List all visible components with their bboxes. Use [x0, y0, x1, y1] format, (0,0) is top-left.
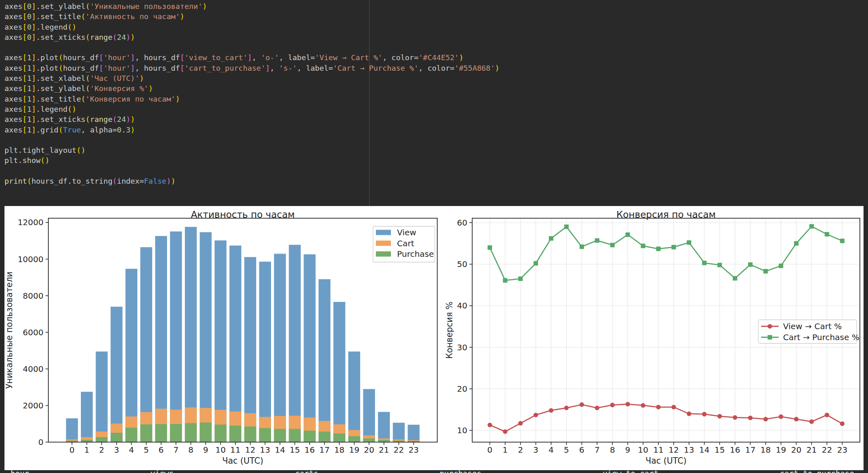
svg-text:10: 10 [457, 425, 467, 435]
svg-text:8000: 8000 [23, 291, 43, 301]
svg-text:Cart → Purchase %: Cart → Purchase % [783, 332, 859, 342]
code-line-1: axes[0].set_ylabel('Уникальные пользоват… [4, 1, 499, 11]
svg-text:15: 15 [714, 445, 725, 455]
svg-text:0: 0 [38, 437, 43, 447]
code-line-17 [4, 166, 499, 176]
svg-text:0: 0 [69, 445, 75, 455]
svg-text:View → Cart %: View → Cart % [783, 321, 842, 331]
code-lines: axes[0].set_ylabel('Уникальные пользоват… [4, 1, 499, 186]
svg-text:0: 0 [487, 445, 493, 455]
matplotlib-figure: 0123456789101112131415161718192021222302… [4, 206, 864, 470]
code-line-12: axes[1].set_xticks(range(24)) [4, 114, 499, 124]
svg-text:40: 40 [457, 301, 467, 310]
svg-text:20: 20 [457, 384, 467, 394]
svg-text:7: 7 [174, 445, 179, 455]
svg-text:Конверсия %: Конверсия % [445, 302, 454, 359]
svg-text:16: 16 [730, 445, 740, 455]
svg-text:Активность по часам: Активность по часам [191, 209, 295, 220]
svg-text:4000: 4000 [23, 364, 43, 374]
svg-text:10: 10 [215, 445, 226, 455]
svg-text:50: 50 [457, 259, 467, 269]
svg-text:9: 9 [625, 445, 630, 455]
code-line-6: axes[1].plot(hours_df['hour'], hours_df[… [4, 52, 499, 63]
svg-text:10000: 10000 [17, 254, 43, 264]
code-line-9: axes[1].set_ylabel('Конверсия %') [4, 83, 499, 93]
svg-text:5: 5 [144, 445, 149, 455]
code-line-2: axes[0].set_title('Активность по часам') [4, 11, 499, 22]
svg-text:13: 13 [684, 445, 694, 455]
svg-text:23: 23 [408, 445, 419, 455]
svg-text:12000: 12000 [17, 217, 43, 227]
svg-text:3: 3 [114, 445, 119, 455]
activity-legend: ViewCartPurchase [373, 226, 435, 262]
svg-text:19: 19 [776, 445, 786, 455]
code-line-4: axes[0].set_xticks(range(24)) [4, 32, 499, 42]
code-line-7: axes[1].plot(hours_df['hour'], hours_df[… [4, 63, 499, 73]
svg-text:19: 19 [349, 445, 359, 455]
svg-text:4: 4 [129, 445, 134, 455]
svg-text:21: 21 [806, 445, 816, 455]
dataframe-header-row: hourviewscartspurchasesview_to_cartcart_… [0, 470, 868, 473]
svg-text:3: 3 [533, 445, 538, 455]
svg-text:18: 18 [334, 445, 344, 455]
svg-text:Час (UTC): Час (UTC) [645, 456, 686, 466]
svg-text:30: 30 [457, 343, 467, 352]
svg-text:21: 21 [379, 445, 389, 455]
activity-bar-chart: 0123456789101112131415161718192021222302… [4, 209, 437, 466]
svg-text:11: 11 [653, 445, 663, 455]
svg-text:Purchase: Purchase [397, 249, 434, 259]
notebook-screen: { "editor": { "background": "#292929", "… [0, 0, 868, 473]
dataframe-output-preview: hourviewscartspurchasesview_to_cartcart_… [0, 470, 868, 473]
svg-text:60: 60 [457, 218, 467, 228]
code-line-10: axes[1].set_title('Конверсия по часам') [4, 94, 499, 104]
svg-text:7: 7 [595, 445, 600, 455]
series-cart-to-purchase [488, 224, 844, 283]
svg-text:16: 16 [304, 445, 315, 455]
charts-svg: 0123456789101112131415161718192021222302… [4, 206, 864, 470]
svg-text:6000: 6000 [23, 328, 43, 337]
svg-text:14: 14 [699, 445, 710, 455]
svg-text:18: 18 [760, 445, 770, 455]
code-line-16: plt.show() [4, 155, 499, 165]
code-line-8: axes[1].set_xlabel('Час (UTC)') [4, 73, 499, 83]
svg-text:1: 1 [503, 445, 508, 455]
svg-text:17: 17 [319, 445, 330, 455]
svg-text:1: 1 [84, 445, 89, 455]
svg-text:22: 22 [822, 445, 832, 455]
svg-text:23: 23 [837, 445, 847, 455]
svg-text:8: 8 [610, 445, 615, 455]
code-line-5 [4, 42, 499, 52]
code-line-15: plt.tight_layout() [4, 145, 499, 155]
svg-text:8: 8 [188, 445, 193, 455]
svg-text:22: 22 [394, 445, 404, 455]
svg-text:View: View [397, 228, 416, 237]
svg-text:Час (UTC): Час (UTC) [222, 456, 263, 466]
svg-text:20: 20 [791, 445, 801, 455]
svg-text:4: 4 [549, 445, 554, 455]
code-line-14 [4, 135, 499, 145]
svg-text:11: 11 [230, 445, 240, 455]
bars-view [66, 227, 420, 442]
code-line-11: axes[1].legend() [4, 104, 499, 114]
series-view-to-cart [488, 402, 844, 434]
svg-text:2000: 2000 [23, 401, 43, 410]
code-editor[interactable]: axes[0].set_ylabel('Уникальные пользоват… [0, 0, 868, 206]
svg-text:15: 15 [290, 445, 300, 455]
svg-text:12: 12 [668, 445, 679, 455]
svg-text:Уникальные пользователи: Уникальные пользователи [4, 271, 14, 388]
svg-text:9: 9 [203, 445, 208, 455]
svg-text:5: 5 [564, 445, 569, 455]
svg-text:6: 6 [158, 445, 164, 455]
svg-text:17: 17 [745, 445, 755, 455]
svg-text:2: 2 [518, 445, 523, 455]
conversion-legend: View → Cart %Cart → Purchase % [758, 320, 859, 343]
code-line-3: axes[0].legend() [4, 22, 499, 32]
code-line-13: axes[1].grid(True, alpha=0.3) [4, 125, 499, 135]
code-line-18: print(hours_df.to_string(index=False)) [4, 176, 499, 186]
svg-text:14: 14 [275, 445, 285, 455]
svg-text:Cart: Cart [397, 239, 414, 248]
svg-text:6: 6 [579, 445, 584, 455]
svg-text:Конверсия по часам: Конверсия по часам [616, 209, 716, 220]
conversion-line-chart: 0123456789101112131415161718192021222310… [445, 209, 860, 466]
svg-text:10: 10 [638, 445, 648, 455]
